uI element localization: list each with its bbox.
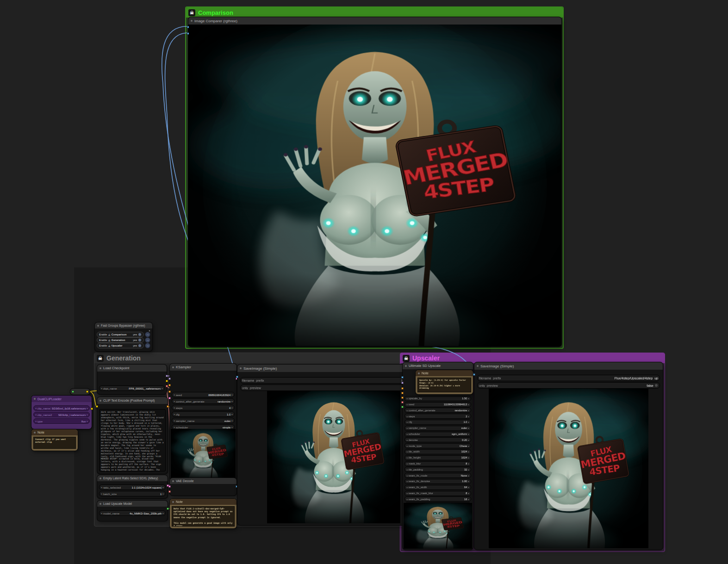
widget-seed[interactable]: ◂seed1119843133994613▸ [404, 402, 471, 407]
widget-filename-prefix[interactable]: filename_prefix Flux/4step/4step [240, 377, 427, 384]
slot-clip-output[interactable] [166, 380, 168, 382]
node-note-clip[interactable]: Note Connect clip if you want external c… [31, 429, 78, 451]
note-text[interactable]: Upscale by: (1.25-4) for upscale factor … [417, 378, 471, 392]
node-header[interactable]: Load Checkpoint [97, 365, 167, 372]
widget-only-preview[interactable]: only_preview false [477, 382, 660, 389]
slot-negative-input[interactable] [401, 392, 404, 394]
group-comparison-header[interactable]: ☠ Comparison [186, 7, 563, 18]
prompt-textarea[interactable]: dark secret. Her translucent, glowing sk… [99, 409, 166, 471]
collapse-dot-icon[interactable] [100, 503, 101, 505]
node-image-comparer[interactable]: Image Comparer (rgthree) [188, 17, 561, 347]
bypasser-toggle-generation[interactable]: Enable ☠ Generation yes [97, 337, 144, 343]
widget-steps[interactable]: ◂ steps 4 ▸ [172, 405, 235, 410]
slot-model-output[interactable] [166, 375, 168, 377]
toggle-knob[interactable] [654, 384, 658, 387]
widget-upscale-by[interactable]: ◂upscale_by1.50▸ [404, 396, 471, 401]
node-ksampler[interactable]: KSampler ◂ seed 88891684183924 ▸ ◂ contr… [170, 364, 236, 480]
node-empty-latent-ratio[interactable]: Empty Latent Ratio Select SDXL (Mikey) ◂… [97, 475, 168, 498]
widget-scheduler[interactable]: ◂schedulersgm_uniform▸ [404, 432, 471, 437]
slot-conditioning-input[interactable] [401, 397, 404, 399]
collapse-dot-icon[interactable] [172, 366, 174, 368]
widget-clip-name1[interactable]: ◂ clip_name1 SD3t5xxl_fp16.safetensors ▸ [33, 405, 90, 411]
widget-seam-fix-mask-blur[interactable]: ◂seam_fix_mask_blur8▸ [404, 491, 471, 496]
node-header[interactable]: Empty Latent Ratio Select SDXL (Mikey) [97, 475, 168, 481]
collapse-dot-icon[interactable] [100, 400, 101, 402]
slot-positive-input[interactable] [168, 384, 171, 386]
bypasser-row-comparison[interactable]: Enable ☠ Comparison yes → [97, 332, 150, 337]
collapse-dot-icon[interactable] [97, 325, 99, 327]
node-vae-decode[interactable]: VAE Decode [170, 478, 236, 496]
widget-mode-type[interactable]: ◂mode_typeChess▸ [404, 443, 471, 448]
widget-cfg[interactable]: ◂ cfg 1.0 ▸ [172, 411, 235, 417]
node-header[interactable]: Note [416, 370, 473, 376]
widget-denoise[interactable]: ◂denoise0.20▸ [404, 437, 471, 442]
widget-sampler-name[interactable]: ◂ sampler_name euler ▸ [172, 418, 235, 423]
node-header[interactable]: KSampler [170, 364, 236, 371]
slot-vae-input[interactable] [401, 401, 404, 403]
slot-conditioning-output[interactable] [167, 405, 169, 408]
node-header[interactable]: DualCLIPLoader [31, 396, 92, 402]
slot-image-input[interactable] [236, 376, 238, 378]
collapse-dot-icon[interactable] [172, 501, 174, 503]
node-dualclip-loader[interactable]: DualCLIPLoader ◂ clip_name1 SD3t5xxl_fp1… [31, 396, 92, 429]
collapse-dot-icon[interactable] [100, 367, 101, 369]
goto-group-arrow-icon[interactable]: → [145, 343, 150, 348]
toggle-knob[interactable] [138, 344, 142, 347]
widget-seam-fix-width[interactable]: ◂seam_fix_width64▸ [404, 485, 471, 490]
widget-tile-padding[interactable]: ◂tile_padding32▸ [404, 467, 471, 472]
slot-samples-input[interactable] [168, 485, 171, 488]
collapse-dot-icon[interactable] [405, 365, 407, 367]
slot-upscale-model-input[interactable] [401, 406, 404, 408]
widget-cfg[interactable]: ◂cfg1.0▸ [404, 420, 471, 425]
node-header[interactable]: SaveImage (Simple) [474, 362, 663, 370]
node-header[interactable]: Load Upscale Model [97, 501, 168, 507]
slot-latent-input[interactable] [168, 397, 171, 399]
collapse-dot-icon[interactable] [191, 20, 193, 22]
widget-clip-name2[interactable]: ◂ clip_name2 SD3clip_l.safetensors ▸ [33, 412, 90, 417]
node-header[interactable]: CLIP Text Encode (Positive Prompt) [97, 397, 168, 404]
collapsed-node[interactable] [70, 389, 90, 395]
node-clip-text-encode[interactable]: CLIP Text Encode (Positive Prompt) dark … [97, 397, 168, 474]
goto-group-arrow-icon[interactable]: → [145, 332, 150, 337]
widget-ratio-selected[interactable]: ◂ ratio_selected 1:1 [1024x1024 square] … [99, 484, 166, 490]
slot-vae-input[interactable] [168, 490, 171, 493]
node-header[interactable]: SaveImage (Simple) [237, 365, 430, 372]
collapse-dot-icon[interactable] [240, 367, 242, 369]
node-header[interactable]: Ultimate SD Upscale [403, 362, 473, 369]
node-load-checkpoint[interactable]: Load Checkpoint ◂ ckpt_name FP8_00001_.s… [97, 365, 167, 394]
comparer-image[interactable] [189, 25, 561, 346]
collapse-dot-icon[interactable] [100, 477, 101, 479]
slot-clip-input[interactable] [96, 405, 98, 408]
widget-seed[interactable]: ◂ seed 88891684183924 ▸ [172, 392, 235, 397]
widget-steps[interactable]: ◂steps2▸ [404, 414, 471, 419]
widget-filename-prefix[interactable]: filename_prefix Flux/4step/Upscaled/4ste… [477, 375, 660, 381]
slot-opt-connection[interactable] [149, 330, 150, 332]
widget-sampler-name[interactable]: ◂sampler_nameeuler▸ [404, 426, 471, 431]
comfyui-canvas[interactable]: ☠ Comparison ☠ Generation ☠ Upscaler [0, 0, 728, 564]
collapse-dot-icon[interactable] [418, 372, 420, 374]
bypasser-row-upscaler[interactable]: Enable ☠ Upscaler yes → [97, 343, 150, 348]
note-text[interactable]: Note that FLUX.1-schnell-dev-merged-fp8-… [172, 506, 235, 527]
node-note-generation[interactable]: Note Note that FLUX.1-schnell-dev-merged… [170, 499, 236, 528]
group-upscaler-header[interactable]: ☠ Upscaler [400, 353, 665, 363]
slot-positive-input[interactable] [401, 387, 404, 390]
slot-vae-output[interactable] [166, 385, 168, 387]
node-save-image-upscaler[interactable]: SaveImage (Simple) filename_prefix Flux/… [474, 362, 663, 550]
bypasser-toggle-upscaler[interactable]: Enable ☠ Upscaler yes [97, 343, 144, 348]
slot-output-clip[interactable] [86, 390, 88, 393]
node-header[interactable]: VAE Decode [170, 478, 236, 484]
slot-upscale-model-output[interactable] [167, 508, 169, 510]
node-load-upscale-model[interactable]: Load Upscale Model ◂ model_name 4x_NMKD-… [97, 501, 168, 521]
widget-control-after-generate[interactable]: ◂control_after_generaterandomize▸ [404, 408, 471, 413]
widget-seam-fix-mode[interactable]: ◂seam_fix_modeNone▸ [404, 473, 471, 478]
collapse-dot-icon[interactable] [34, 432, 36, 434]
slot-clip-output[interactable] [91, 408, 93, 410]
widget-control-after-generate[interactable]: ◂ control_after_generate randomize ▸ [172, 398, 235, 404]
widget-type[interactable]: ◂ type flux ▸ [33, 418, 90, 424]
widget-model-name[interactable]: ◂ model_name 4x_NMKD-Siax_200k.pth ▸ [99, 510, 166, 516]
node-header[interactable]: Note [31, 429, 78, 435]
node-header[interactable]: Fast Groups Bypasser (rgthree) [95, 322, 152, 328]
node-header[interactable]: Note [170, 499, 236, 505]
bypasser-toggle-comparison[interactable]: Enable ☠ Comparison yes [97, 332, 144, 337]
note-text[interactable]: Connect clip if you want external clip [33, 437, 76, 449]
